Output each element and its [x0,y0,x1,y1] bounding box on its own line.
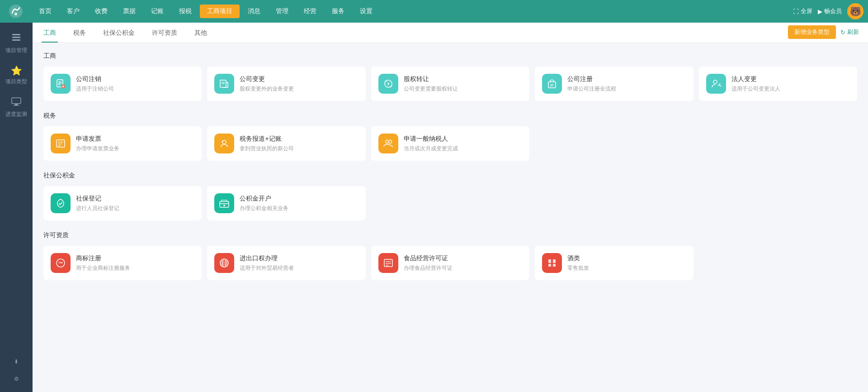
housing-fund-title: 公积金开户 [240,195,288,203]
svg-point-23 [713,80,717,84]
scroll-content[interactable]: 工商 [33,43,868,392]
nav-business[interactable]: 工商项目 [200,5,240,18]
svg-rect-2 [12,34,20,35]
refresh-button[interactable]: ↻ 刷新 [840,28,859,36]
sidebar: 项目管理 ⭐ 项目类型 进度监测 ⬇ ⚙ [0,23,33,392]
company-change-text: 公司变更 股权变更外的业务变更 [240,75,294,93]
sidebar-download[interactable]: ⬇ [0,353,33,370]
import-export-text: 进出口权办理 适用于对外贸易经营者 [240,254,294,272]
svg-point-31 [388,140,392,143]
card-tax-report[interactable]: 税务报道+记账 拿到营业执照的新公司 [207,126,365,161]
user-avatar[interactable]: 🐻 [847,3,863,19]
general-taxpayer-title: 申请一般纳税人 [404,135,458,143]
card-social-insurance[interactable]: 社保登记 进行人员社保登记 [43,186,202,220]
star-icon: ⭐ [11,65,22,76]
company-register-title: 公司注册 [567,75,616,83]
legal-change-text: 法人变更 适用于公司变更法人 [731,75,780,93]
svg-rect-47 [553,259,556,263]
svg-rect-32 [220,201,229,207]
tab-license[interactable]: 许可资质 [150,23,179,43]
card-legal-change[interactable]: 法人变更 适用于公司变更法人 [699,67,857,101]
card-company-register[interactable]: 公司注册 申请公司注册全流程 [535,67,693,101]
company-cancel-desc: 适用于注销公司 [76,85,114,93]
trademark-text: 商标注册 用于企业商标注册服务 [76,254,130,272]
card-general-taxpayer[interactable]: 申请一般纳税人 当月或次月成变更完成 [371,126,529,161]
card-company-cancel[interactable]: 公司注销 适用于注销公司 [43,67,202,101]
svg-rect-4 [12,39,20,41]
vip-icon: ▶ [818,8,822,15]
svg-point-29 [222,141,223,143]
tax-report-title: 税务报道+记账 [240,135,294,143]
add-business-type-button[interactable]: 新增业务类型 [788,25,836,39]
food-license-icon [378,253,398,273]
nav-service[interactable]: 服务 [325,5,352,18]
general-taxpayer-text: 申请一般纳税人 当月或次月成变更完成 [404,135,458,153]
card-invoice-apply[interactable]: 申请发票 办理申请发票业务 [43,126,202,161]
nav-operation[interactable]: 经营 [297,5,324,18]
tab-business[interactable]: 工商 [42,23,58,43]
tab-bar: 工商 税务 社保公积金 许可资质 其他 新增业务类型 ↻ 刷新 [33,23,868,43]
card-liquor[interactable]: 酒类 零售批发 [535,246,693,280]
company-cancel-text: 公司注销 适用于注销公司 [76,75,114,93]
company-change-desc: 股权变更外的业务变更 [240,85,294,93]
tab-social-insurance[interactable]: 社保公积金 [101,23,137,43]
nav-settings[interactable]: 设置 [353,5,380,18]
company-register-icon [542,74,562,94]
liquor-title: 酒类 [567,254,589,263]
invoice-apply-text: 申请发票 办理申请发票业务 [76,135,119,153]
housing-fund-icon [214,193,234,213]
nav-tax[interactable]: 报税 [172,5,199,18]
card-company-change[interactable]: 公司变更 股权变更外的业务变更 [207,67,365,101]
company-cancel-title: 公司注销 [76,75,114,83]
vip-label: 畅会员 [824,7,842,15]
sidebar-project-type-label: 项目类型 [5,78,27,86]
fullscreen-icon: ⛶ [793,8,799,15]
list-icon [11,33,21,45]
card-trademark[interactable]: ™ 商标注册 用于企业商标注册服务 [43,246,202,280]
card-housing-fund[interactable]: 公积金开户 办理公积金相关业务 [207,186,365,220]
nav-bill[interactable]: 票据 [116,5,143,18]
nav-management[interactable]: 管理 [269,5,296,18]
sidebar-item-project-management[interactable]: 项目管理 [0,27,33,60]
nav-fee[interactable]: 收费 [88,5,115,18]
import-export-icon [214,253,234,273]
fullscreen-label: 全屏 [801,7,812,15]
social-insurance-icon [51,193,71,213]
nav-customer[interactable]: 客户 [60,5,87,18]
legal-change-title: 法人变更 [731,75,780,83]
invoice-apply-icon [51,134,71,153]
svg-rect-24 [57,140,65,147]
tax-report-icon [214,134,234,153]
nav-accounting[interactable]: 记账 [144,5,171,18]
svg-rect-5 [12,98,21,104]
sidebar-item-progress[interactable]: 进度监测 [0,91,33,124]
tab-other[interactable]: 其他 [193,23,209,43]
top-navigation: 首页 客户 收费 票据 记账 报税 工商项目 消息 管理 经营 服务 设置 ⛶ … [0,0,868,23]
sidebar-help[interactable]: ⚙ [0,370,33,387]
social-cards-grid: 社保登记 进行人员社保登记 公积金开户 [43,186,857,220]
import-export-title: 进出口权办理 [240,254,294,263]
vip-button[interactable]: ▶ 畅会员 [818,7,842,15]
sidebar-bottom: ⬇ ⚙ [0,353,33,392]
nav-message[interactable]: 消息 [241,5,268,18]
svg-rect-7 [14,105,19,106]
social-insurance-title: 社保登记 [76,195,119,203]
equity-transfer-title: 股权转让 [404,75,458,83]
download-icon: ⬇ [14,359,19,365]
tab-tax[interactable]: 税务 [71,23,88,43]
business-cards-grid: 公司注销 适用于注销公司 公司变更 [43,67,857,101]
tax-report-desc: 拿到营业执照的新公司 [240,145,294,153]
sidebar-item-project-type[interactable]: ⭐ 项目类型 [0,60,33,91]
invoice-apply-desc: 办理申请发票业务 [76,145,119,153]
section-title-social: 社保公积金 [43,172,857,180]
equity-transfer-text: 股权转让 公司变更需要股权转让 [404,75,458,93]
social-insurance-desc: 进行人员社保登记 [76,205,119,212]
card-food-license[interactable]: 食品经营许可证 办理食品经营许可证 [371,246,529,280]
card-equity-transfer[interactable]: ¥ 股权转让 公司变更需要股权转让 [371,67,529,101]
card-import-export[interactable]: 进出口权办理 适用于对外贸易经营者 [207,246,365,280]
company-cancel-icon [51,74,71,94]
nav-home[interactable]: 首页 [32,5,59,18]
fullscreen-button[interactable]: ⛶ 全屏 [793,7,812,15]
svg-rect-49 [553,264,556,267]
section-title-tax: 税务 [43,112,857,120]
